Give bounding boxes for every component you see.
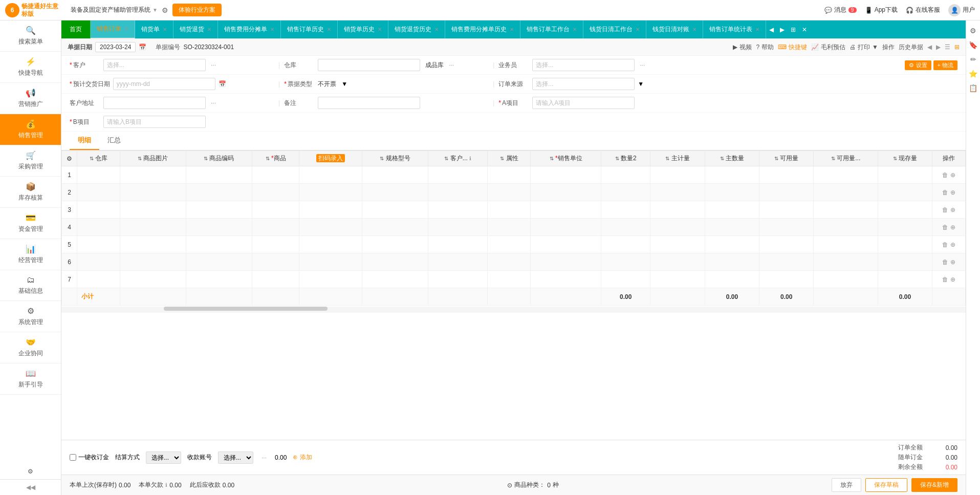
row-delete-icon[interactable]: 🗑	[942, 171, 948, 179]
sidebar-collapse-btn[interactable]: ◀◀	[0, 479, 61, 495]
form-date-value[interactable]: 2023-03-24	[95, 42, 136, 52]
row-delete-icon[interactable]: 🗑	[942, 276, 948, 283]
note-input[interactable]	[318, 97, 420, 109]
row-delete-icon[interactable]: 🗑	[942, 206, 948, 213]
col-main-qty[interactable]: ⇅ 主数量	[705, 151, 759, 166]
sidebar-item-management[interactable]: 📊 经营管理	[0, 239, 61, 270]
tab-close-icon[interactable]: ✕	[163, 27, 167, 32]
toolbar-nav-prev[interactable]: ◀	[927, 44, 932, 51]
b-project-input[interactable]	[103, 116, 206, 128]
app-download-btn[interactable]: 📱 App下载	[865, 6, 898, 14]
col-image[interactable]: ⇅ 商品图片	[120, 151, 186, 166]
tab-sales-goods-history[interactable]: 销货单历史 ✕	[338, 20, 388, 39]
tab-daily-clear[interactable]: 钱货日清工作台 ✕	[583, 20, 646, 39]
tab-sales-goods[interactable]: 销货单 ✕	[135, 20, 173, 39]
tab-close-icon[interactable]: ✕	[573, 27, 577, 32]
toolbar-grid-view[interactable]: ⊞	[954, 44, 960, 51]
history-btn[interactable]: 历史单据	[899, 43, 923, 52]
sidebar-item-search[interactable]: 🔍 搜索菜单	[0, 20, 61, 52]
warehouse-more-btn[interactable]: ···	[447, 61, 456, 69]
order-source-input[interactable]	[532, 78, 635, 90]
add-payment-btn[interactable]: ⊕ 添加	[293, 453, 312, 462]
save-new-btn[interactable]: 保存&新增	[911, 478, 957, 492]
tab-fee-history[interactable]: 销售费用分摊单历史 ✕	[445, 20, 520, 39]
tab-home[interactable]: 首页	[61, 20, 91, 39]
tab-close-icon[interactable]: ✕	[434, 27, 439, 32]
sidebar-item-guide[interactable]: 📖 新手引导	[0, 363, 61, 395]
right-panel-scan-icon[interactable]: 📋	[967, 82, 979, 94]
debt-info-icon[interactable]: ℹ	[165, 482, 167, 488]
row-copy-icon[interactable]: ⊕	[950, 276, 955, 283]
settings-corner-btn[interactable]: ⚙ 设置	[905, 60, 931, 70]
row-copy-icon[interactable]: ⊕	[950, 259, 955, 266]
operation-btn[interactable]: 操作	[882, 43, 895, 52]
col-code[interactable]: ⇅ 商品编码	[186, 151, 252, 166]
tab-sales-order[interactable]: 销售订单 ✕	[91, 20, 135, 39]
tab-close-icon[interactable]: ✕	[270, 27, 274, 32]
invoice-dropdown-icon[interactable]: ▼	[341, 80, 347, 88]
tab-close-icon[interactable]: ✕	[636, 27, 640, 32]
row-copy-icon[interactable]: ⊕	[950, 241, 955, 248]
row-delete-icon[interactable]: 🗑	[942, 189, 948, 196]
warehouse-input[interactable]	[318, 59, 420, 71]
row-delete-icon[interactable]: 🗑	[942, 259, 948, 266]
online-service-btn[interactable]: 🎧 在线客服	[906, 6, 940, 14]
tab-sales-order-history[interactable]: 销售订单历史 ✕	[281, 20, 338, 39]
row-delete-icon[interactable]: 🗑	[942, 224, 948, 231]
tab-order-workbench[interactable]: 销售订单工作台 ✕	[520, 20, 583, 39]
tab-close-icon[interactable]: ✕	[755, 27, 759, 32]
horizontal-scrollbar[interactable]	[61, 307, 966, 313]
sidebar-item-inventory[interactable]: 📦 库存核算	[0, 177, 61, 208]
tab-prev-btn[interactable]: ◀	[766, 26, 777, 33]
help-btn[interactable]: ? 帮助	[756, 43, 774, 52]
tab-close-icon[interactable]: ✕	[510, 27, 514, 32]
col-scan[interactable]: 扫码录入	[299, 151, 362, 166]
sidebar-settings-btn[interactable]: ⚙	[0, 464, 61, 479]
sidebar-item-base[interactable]: 🗂 基础信息	[0, 270, 61, 301]
customer-input[interactable]	[103, 59, 206, 71]
customer-more-btn[interactable]: ···	[209, 61, 218, 69]
salesman-more-btn[interactable]: ···	[638, 61, 647, 69]
print-btn[interactable]: 🖨 打印 ▼	[850, 43, 878, 52]
sidebar-item-purchase[interactable]: 🛒 采购管理	[0, 145, 61, 177]
user-menu[interactable]: 👤 用户	[948, 4, 975, 16]
settings-icon[interactable]: ⚙	[162, 6, 168, 14]
col-avail[interactable]: ⇅ 可用量	[759, 151, 814, 166]
col-stock[interactable]: ⇅ 现存量	[878, 151, 932, 166]
sidebar-item-system[interactable]: ⚙ 系统管理	[0, 301, 61, 332]
message-btn[interactable]: 💬 消息 9	[824, 6, 857, 14]
right-panel-edit-icon[interactable]: ✏	[967, 53, 979, 66]
col-attr[interactable]: ⇅ 属性	[488, 151, 531, 166]
quick-payment-checkbox[interactable]	[70, 454, 76, 461]
toolbar-list-view[interactable]: ☰	[945, 44, 950, 51]
save-draft-btn[interactable]: 保存草稿	[865, 478, 907, 492]
shortcut-btn[interactable]: ⌨ 快捷键	[778, 43, 807, 52]
col-product[interactable]: ⇅ *商品	[252, 151, 299, 166]
toolbar-nav-next[interactable]: ▶	[936, 44, 941, 51]
tab-sales-return[interactable]: 销货退货 ✕	[173, 20, 218, 39]
tab-daily-reconcile[interactable]: 钱货日清对账 ✕	[646, 20, 703, 39]
discard-btn[interactable]: 放弃	[832, 478, 861, 492]
row-copy-icon[interactable]: ⊕	[950, 224, 955, 231]
col-avail2[interactable]: ⇅ 可用量...	[814, 151, 878, 166]
account-more-btn[interactable]: ···	[259, 454, 269, 461]
salesman-input[interactable]	[532, 59, 635, 71]
col-warehouse[interactable]: ⇅ 仓库	[77, 151, 120, 166]
tab-summary[interactable]: 汇总	[99, 132, 129, 150]
view-btn[interactable]: ▶ 视频	[733, 43, 752, 52]
sidebar-item-finance[interactable]: 💳 资金管理	[0, 208, 61, 239]
a-project-input[interactable]	[532, 97, 635, 109]
tab-close-icon[interactable]: ✕	[378, 27, 382, 32]
col-spec[interactable]: ⇅ 规格型号	[362, 151, 428, 166]
col-unit[interactable]: ⇅ *销售单位	[531, 151, 601, 166]
col-settings[interactable]: ⚙	[62, 151, 77, 166]
row-delete-icon[interactable]: 🗑	[942, 241, 948, 248]
row-copy-icon[interactable]: ⊕	[950, 171, 955, 179]
address-input[interactable]	[103, 97, 206, 109]
account-select[interactable]: 选择...	[218, 451, 253, 464]
tab-close-icon[interactable]: ✕	[327, 27, 331, 32]
sidebar-item-sales[interactable]: 💰 销售管理	[0, 114, 61, 145]
payment-method-select[interactable]: 选择...	[146, 451, 181, 464]
system-title[interactable]: 装备及固定资产辅助管理系统 ▼	[71, 6, 158, 14]
row-copy-icon[interactable]: ⊕	[950, 189, 955, 196]
